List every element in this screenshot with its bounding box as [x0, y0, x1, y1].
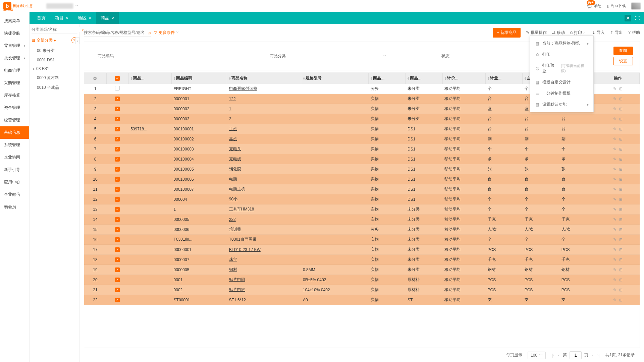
dropdown-item[interactable]: ▦当前：商品标签-预览▾: [530, 38, 593, 49]
more-row-icon[interactable]: ⊞: [619, 117, 623, 121]
more-row-icon[interactable]: ⊞: [619, 217, 623, 222]
tab[interactable]: 地区✕: [73, 12, 96, 24]
category-item[interactable]: 00 未分类: [32, 46, 77, 56]
column-header[interactable]: ▴▾计量...: [486, 73, 523, 84]
product-name-link[interactable]: 222: [229, 217, 236, 222]
row-checkbox[interactable]: ✓: [115, 137, 120, 141]
help-button[interactable]: ?帮助: [628, 30, 640, 36]
collapse-pane-button[interactable]: «: [75, 38, 80, 44]
table-row[interactable]: 17✓00000001BLD10-23-1.1KW实物未分类移动平均PCSPCS…: [84, 245, 640, 255]
product-name-link[interactable]: 培训费: [229, 227, 241, 232]
page-first[interactable]: |‹: [551, 353, 555, 358]
row-checkbox[interactable]: ✓: [115, 298, 120, 302]
category-search-input[interactable]: [32, 27, 82, 32]
close-icon[interactable]: ✕: [89, 16, 91, 20]
row-checkbox[interactable]: ✓: [115, 227, 120, 232]
app-download-button[interactable]: ▯ App下载: [607, 3, 626, 9]
table-row[interactable]: 9✓000100005钢化膜实物DS1移动平均张张张✎⊞: [84, 164, 640, 174]
grid-search[interactable]: ⌕: [84, 29, 151, 37]
table-row[interactable]: 10✓000100006电脑实物DS1移动平均台台台✎⊞: [84, 174, 640, 184]
column-header[interactable]: ▴▾商品...: [406, 73, 442, 84]
avatar[interactable]: [631, 3, 641, 9]
edit-row-icon[interactable]: ✎: [613, 137, 616, 141]
edit-row-icon[interactable]: ✎: [613, 298, 616, 302]
table-row[interactable]: 16✓T0301白...T0301白面黑带实物未分类移动平均个个个✎⊞: [84, 235, 640, 245]
sidebar-item[interactable]: 库存核算: [0, 89, 29, 102]
product-name-link[interactable]: 电脑: [229, 177, 237, 181]
row-checkbox[interactable]: ✓: [115, 157, 120, 162]
row-checkbox[interactable]: [115, 86, 120, 90]
more-row-icon[interactable]: ⊞: [619, 147, 623, 152]
dropdown-item[interactable]: ◎打印预览(可编辑当前模板): [530, 60, 593, 77]
row-checkbox[interactable]: ✓: [115, 207, 120, 212]
sidebar-item[interactable]: 电商管理: [0, 64, 29, 77]
dropdown-item[interactable]: ▦设置默认功能▾: [530, 99, 593, 110]
page-prev[interactable]: ‹: [557, 353, 560, 358]
sidebar-item[interactable]: 快捷导航: [0, 27, 29, 40]
column-header[interactable]: ⚙: [84, 73, 106, 84]
table-row[interactable]: 12✓00000490小实物DS1移动平均个个个✎⊞: [84, 194, 640, 204]
page-last[interactable]: ›|: [596, 353, 600, 358]
row-checkbox[interactable]: ✓: [115, 237, 120, 242]
settings-button[interactable]: 设置: [613, 57, 633, 65]
table-row[interactable]: 5✓539718...000100001手机实物DS1移动平均台台台✎⊞: [84, 124, 640, 134]
edit-row-icon[interactable]: ✎: [613, 157, 616, 162]
more-row-icon[interactable]: ⊞: [619, 127, 623, 131]
tab-close-all[interactable]: ✕: [625, 15, 631, 21]
dropdown-item[interactable]: ▭一分钟制作模板: [530, 88, 593, 99]
close-icon[interactable]: ✕: [111, 16, 114, 20]
grid-search-input[interactable]: [84, 29, 148, 36]
column-header[interactable]: ▴▾商品...: [369, 73, 406, 84]
row-checkbox[interactable]: ✓: [115, 107, 120, 111]
edit-row-icon[interactable]: ✎: [613, 167, 616, 172]
column-header[interactable]: ▴▾商品...: [128, 73, 171, 84]
column-header[interactable]: ▴▾商品名称: [227, 73, 301, 84]
edit-row-icon[interactable]: ✎: [613, 257, 616, 262]
product-name-link[interactable]: 工具车HM318: [229, 207, 254, 212]
product-name-link[interactable]: 手机: [229, 126, 237, 131]
filter-code-input[interactable]: [120, 56, 214, 56]
edit-row-icon[interactable]: ✎: [613, 97, 616, 101]
sidebar-item[interactable]: 畅会员: [0, 201, 29, 213]
more-row-icon[interactable]: ⊞: [619, 137, 623, 141]
row-checkbox[interactable]: ✓: [115, 267, 120, 272]
more-row-icon[interactable]: ⊞: [619, 267, 623, 272]
product-name-link[interactable]: 2: [229, 117, 231, 121]
column-header[interactable]: 操作: [596, 73, 640, 84]
dropdown-item[interactable]: ⎙打印: [530, 49, 593, 60]
more-row-icon[interactable]: ⊞: [619, 247, 623, 252]
print-button[interactable]: ⎙打印︿: [570, 30, 587, 36]
more-row-icon[interactable]: ⊞: [619, 237, 623, 242]
category-item[interactable]: 0010 半成品: [32, 83, 77, 93]
sidebar-item[interactable]: 采购管理: [0, 77, 29, 89]
product-name-link[interactable]: T0301白面黑带: [229, 237, 257, 242]
product-name-link[interactable]: 耳机: [229, 136, 237, 141]
more-row-icon[interactable]: ⊞: [619, 257, 623, 262]
product-name-link[interactable]: 贴片电阻: [229, 277, 245, 282]
row-checkbox[interactable]: ✓: [115, 288, 120, 292]
row-checkbox[interactable]: ✓: [115, 257, 120, 262]
page-next[interactable]: ›: [591, 353, 594, 358]
search-icon[interactable]: ⌕: [148, 30, 151, 35]
more-row-icon[interactable]: ⊞: [619, 167, 623, 172]
table-row[interactable]: 6✓000100002耳机实物DS1移动平均副副副✎⊞: [84, 134, 640, 144]
dropdown-item[interactable]: ▦模板自定义设计: [530, 77, 593, 88]
edit-row-icon[interactable]: ✎: [613, 237, 616, 242]
row-checkbox[interactable]: ✓: [115, 167, 120, 172]
more-row-icon[interactable]: ⊞: [619, 227, 623, 232]
sidebar-item[interactable]: 企业协同: [0, 151, 29, 164]
table-row[interactable]: 18✓0000007珠宝实物未分类移动平均千克千克千克✎⊞: [84, 255, 640, 265]
sidebar-item[interactable]: 批发管理: [0, 52, 29, 64]
row-checkbox[interactable]: ✓: [115, 127, 120, 131]
table-row[interactable]: 4✓00000032实物未分类移动平均台台台✎⊞: [84, 114, 640, 124]
product-name-link[interactable]: 珠宝: [229, 257, 237, 262]
table-row[interactable]: 20✓0001贴片电阻0R±5% 0402实物原材料移动平均PCSPCSPCS✎…: [84, 275, 640, 285]
product-name-link[interactable]: 钢化膜: [229, 167, 241, 171]
edit-row-icon[interactable]: ✎: [613, 117, 616, 121]
column-header[interactable]: ▴▾商品编码: [172, 73, 227, 84]
sidebar-item[interactable]: 基础信息: [0, 126, 29, 139]
more-row-icon[interactable]: ⊞: [619, 86, 623, 91]
tab[interactable]: 商品✕: [96, 12, 119, 24]
product-name-link[interactable]: 充电线: [229, 157, 241, 161]
row-checkbox[interactable]: ✓: [115, 247, 120, 252]
